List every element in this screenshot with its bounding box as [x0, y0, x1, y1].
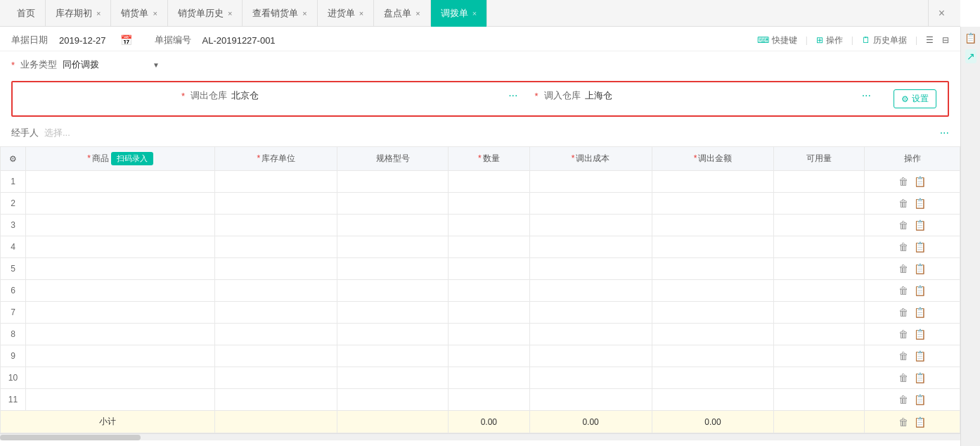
row-unit-5[interactable]	[215, 258, 337, 280]
row-amount-4[interactable]	[652, 236, 774, 258]
row-spec-4[interactable]	[337, 236, 449, 258]
row-cost-3[interactable]	[529, 215, 652, 236]
copy-icon-8[interactable]: 📋	[914, 329, 926, 340]
row-product-5[interactable]	[26, 258, 215, 280]
tab-inventory-init[interactable]: 库存期初 ×	[46, 0, 111, 27]
copy-icon-1[interactable]: 📋	[914, 176, 926, 187]
row-unit-8[interactable]	[215, 324, 337, 345]
row-product-4[interactable]	[26, 236, 215, 258]
row-amount-5[interactable]	[652, 258, 774, 280]
delete-icon-8[interactable]: 🗑	[898, 329, 908, 340]
row-amount-11[interactable]	[652, 389, 774, 411]
operations-button[interactable]: ⊞ 操作	[816, 34, 843, 46]
row-unit-6[interactable]	[215, 280, 337, 302]
row-qty-1[interactable]	[449, 171, 530, 193]
copy-icon-6[interactable]: 📋	[914, 285, 926, 296]
view-toggle-list[interactable]: ☰	[926, 35, 934, 45]
row-unit-11[interactable]	[215, 389, 337, 411]
row-spec-10[interactable]	[337, 367, 449, 389]
row-cost-8[interactable]	[529, 324, 652, 345]
row-spec-2[interactable]	[337, 193, 449, 215]
row-cost-7[interactable]	[529, 302, 652, 324]
tab-view-sales[interactable]: 查看销货单 ×	[243, 0, 317, 27]
view-toggle-grid[interactable]: ⊟	[942, 35, 949, 45]
tab-transfer-close[interactable]: ×	[472, 9, 477, 18]
row-cost-2[interactable]	[529, 193, 652, 215]
row-qty-8[interactable]	[449, 324, 530, 345]
delete-icon-7[interactable]: 🗑	[898, 307, 908, 318]
row-amount-6[interactable]	[652, 280, 774, 302]
row-product-2[interactable]	[26, 193, 215, 215]
row-qty-3[interactable]	[449, 215, 530, 236]
row-amount-3[interactable]	[652, 215, 774, 236]
global-close-button[interactable]: ×	[928, 0, 955, 27]
row-amount-10[interactable]	[652, 367, 774, 389]
transfer-in-value[interactable]: 上海仓	[585, 89, 641, 102]
sidebar-expand-icon[interactable]: ↗	[965, 49, 976, 63]
row-cost-1[interactable]	[529, 171, 652, 193]
row-product-1[interactable]	[26, 171, 215, 193]
row-unit-3[interactable]	[215, 215, 337, 236]
row-cost-4[interactable]	[529, 236, 652, 258]
row-available-1[interactable]	[774, 171, 865, 193]
row-cost-9[interactable]	[529, 345, 652, 367]
row-available-8[interactable]	[774, 324, 865, 345]
row-amount-2[interactable]	[652, 193, 774, 215]
delete-icon-4[interactable]: 🗑	[898, 241, 908, 253]
transfer-out-more[interactable]: ···	[508, 89, 517, 102]
row-spec-11[interactable]	[337, 389, 449, 411]
row-qty-7[interactable]	[449, 302, 530, 324]
tab-sales-order-close[interactable]: ×	[153, 9, 157, 18]
copy-icon-10[interactable]: 📋	[914, 372, 926, 383]
transfer-out-value[interactable]: 北京仓	[231, 89, 288, 102]
tab-transfer[interactable]: 调拨单 ×	[431, 0, 487, 27]
agent-more[interactable]: ···	[940, 127, 949, 139]
tab-inventory-init-close[interactable]: ×	[96, 9, 101, 18]
copy-icon-7[interactable]: 📋	[914, 307, 926, 318]
biz-value[interactable]: 同价调拨	[63, 58, 147, 71]
tab-stocktake[interactable]: 盘点单 ×	[374, 0, 430, 27]
row-unit-9[interactable]	[215, 345, 337, 367]
tab-sales-order[interactable]: 销货单 ×	[111, 0, 167, 27]
settings-button[interactable]: ⚙ 设置	[894, 89, 936, 108]
row-spec-7[interactable]	[337, 302, 449, 324]
delete-icon-1[interactable]: 🗑	[898, 176, 908, 187]
row-product-7[interactable]	[26, 302, 215, 324]
row-unit-2[interactable]	[215, 193, 337, 215]
row-qty-6[interactable]	[449, 280, 530, 302]
delete-icon-5[interactable]: 🗑	[898, 263, 908, 274]
row-amount-8[interactable]	[652, 324, 774, 345]
tab-view-sales-close[interactable]: ×	[302, 9, 307, 18]
row-qty-9[interactable]	[449, 345, 530, 367]
copy-icon-2[interactable]: 📋	[914, 198, 926, 209]
transfer-in-more[interactable]: ···	[862, 89, 871, 102]
subtotal-copy-icon[interactable]: 📋	[914, 416, 926, 428]
delete-icon-10[interactable]: 🗑	[898, 372, 908, 383]
row-available-4[interactable]	[774, 236, 865, 258]
copy-icon-9[interactable]: 📋	[914, 350, 926, 362]
row-cost-5[interactable]	[529, 258, 652, 280]
row-unit-4[interactable]	[215, 236, 337, 258]
row-qty-2[interactable]	[449, 193, 530, 215]
row-qty-10[interactable]	[449, 367, 530, 389]
row-available-3[interactable]	[774, 215, 865, 236]
row-unit-7[interactable]	[215, 302, 337, 324]
history-button[interactable]: 🗒 历史单据	[862, 34, 907, 46]
row-available-10[interactable]	[774, 367, 865, 389]
delete-icon-11[interactable]: 🗑	[898, 394, 908, 405]
row-available-9[interactable]	[774, 345, 865, 367]
delete-icon-2[interactable]: 🗑	[898, 198, 908, 209]
row-qty-4[interactable]	[449, 236, 530, 258]
row-available-7[interactable]	[774, 302, 865, 324]
scan-button[interactable]: 扫码录入	[111, 152, 153, 165]
row-product-6[interactable]	[26, 280, 215, 302]
row-available-6[interactable]	[774, 280, 865, 302]
row-spec-6[interactable]	[337, 280, 449, 302]
tab-home[interactable]: 首页	[6, 0, 46, 27]
row-spec-3[interactable]	[337, 215, 449, 236]
row-product-11[interactable]	[26, 389, 215, 411]
row-qty-5[interactable]	[449, 258, 530, 280]
row-amount-7[interactable]	[652, 302, 774, 324]
calendar-icon[interactable]: 📅	[120, 34, 132, 46]
row-unit-1[interactable]	[215, 171, 337, 193]
